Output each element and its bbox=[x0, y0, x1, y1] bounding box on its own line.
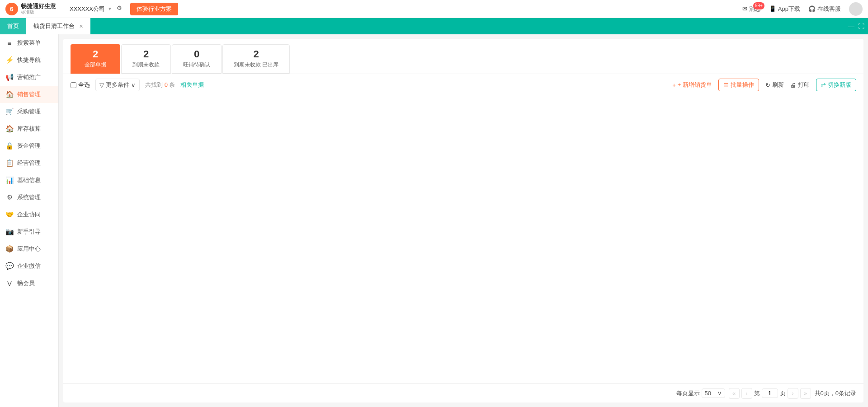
top-header: 6 畅捷通好生意 标准版 XXXXXX公司 ▼ ⚙ 体验行业方案 ✉ 消息 99… bbox=[0, 0, 868, 18]
sidebar-guide-label: 新手引导 bbox=[17, 228, 41, 236]
tab-close-icon[interactable]: ✕ bbox=[79, 23, 83, 29]
sidebar-enterprise-label: 企业协同 bbox=[17, 211, 41, 219]
header-right: ✉ 消息 99+ 📱 App下载 🎧 在线客服 bbox=[742, 2, 863, 16]
sidebar-sales-label: 销售管理 bbox=[17, 90, 41, 98]
stat-label-overdue: 到期未收款 bbox=[132, 61, 160, 69]
toolbar-right: + + 新增销货单 ☰ 批量操作 ↻ 刷新 🖨 打印 bbox=[672, 79, 856, 91]
stat-label-shipped: 到期未收款 已出库 bbox=[234, 61, 278, 69]
stat-count-all: 2 bbox=[93, 48, 98, 60]
sidebar-item-appcenter[interactable]: 📦 应用中心 bbox=[0, 240, 58, 257]
sidebar-item-operations[interactable]: 📋 经营管理 bbox=[0, 154, 58, 172]
basicinfo-icon: 📊 bbox=[5, 176, 14, 184]
sidebar-item-inventory[interactable]: 🏠 库存核算 bbox=[0, 120, 58, 137]
select-all-input[interactable] bbox=[71, 82, 76, 88]
first-page-button[interactable]: « bbox=[729, 388, 740, 399]
page-size-input[interactable]: 50 ∨ bbox=[702, 388, 725, 398]
experience-btn[interactable]: 体验行业方案 bbox=[130, 3, 178, 15]
sidebar-item-purchase[interactable]: 🛒 采购管理 bbox=[0, 103, 58, 120]
company-dropdown-arrow: ▼ bbox=[108, 6, 112, 11]
stat-tab-all[interactable]: 2 全部单据 bbox=[71, 44, 120, 74]
sidebar-item-sales[interactable]: 🏠 销售管理 bbox=[0, 86, 58, 103]
print-icon: 🖨 bbox=[790, 82, 796, 89]
batch-icon: ☰ bbox=[723, 82, 729, 89]
page-label: 第 bbox=[754, 389, 760, 398]
filter-chevron-icon: ∨ bbox=[131, 82, 136, 89]
sidebar-appcenter-label: 应用中心 bbox=[17, 245, 41, 253]
user-avatar-area[interactable] bbox=[849, 2, 863, 16]
company-name: XXXXXX公司 bbox=[70, 5, 105, 13]
sidebar-item-enterprise[interactable]: 🤝 企业协同 bbox=[0, 206, 58, 223]
sidebar: ≡ 搜索菜单 ⚡ 快捷导航 📢 营销推广 🏠 销售管理 🛒 采购管理 🏠 库存核… bbox=[0, 34, 59, 407]
page-size-selector: 每页显示 50 ∨ bbox=[676, 388, 725, 398]
switch-icon: ⇄ bbox=[821, 82, 826, 89]
inventory-icon: 🏠 bbox=[5, 125, 14, 133]
filter-label: 更多条件 bbox=[106, 81, 129, 89]
related-orders-link[interactable]: 相关单据 bbox=[180, 81, 204, 89]
menu-icon: ≡ bbox=[5, 39, 14, 47]
sidebar-item-guide[interactable]: 📷 新手引导 bbox=[0, 223, 58, 240]
sidebar-marketing-label: 营销推广 bbox=[17, 73, 41, 81]
page-size-arrow: ∨ bbox=[717, 390, 722, 397]
tab-cash-flow[interactable]: 钱货日清工作台 ✕ bbox=[26, 18, 90, 34]
headset-icon: 🎧 bbox=[808, 5, 816, 12]
filter-button[interactable]: ▽ 更多条件 ∨ bbox=[95, 79, 140, 91]
header-left: 6 畅捷通好生意 标准版 XXXXXX公司 ▼ ⚙ 体验行业方案 bbox=[5, 3, 178, 15]
app-download-action[interactable]: 📱 App下载 bbox=[769, 5, 800, 13]
tab-cash-flow-label: 钱货日清工作台 bbox=[33, 22, 75, 30]
stat-tab-shipped[interactable]: 2 到期未收款 已出库 bbox=[222, 44, 290, 74]
sidebar-item-search[interactable]: ≡ 搜索菜单 bbox=[0, 34, 58, 51]
per-page-label: 每页显示 bbox=[676, 389, 700, 398]
refresh-icon: ↻ bbox=[765, 82, 770, 89]
message-action[interactable]: ✉ 消息 99+ bbox=[742, 5, 761, 13]
stat-tab-wangpu[interactable]: 0 旺铺待确认 bbox=[172, 44, 222, 74]
tab-minimize-icon[interactable]: — bbox=[848, 23, 854, 30]
select-all-checkbox[interactable]: 全选 bbox=[71, 81, 90, 89]
last-page-button[interactable]: » bbox=[800, 388, 811, 399]
purchase-icon: 🛒 bbox=[5, 108, 14, 116]
message-icon: ✉ bbox=[742, 5, 747, 12]
sidebar-basicinfo-label: 基础信息 bbox=[17, 176, 41, 184]
finance-icon: 🔒 bbox=[5, 142, 14, 150]
total-count-text: 共0页，0条记录 bbox=[815, 389, 856, 398]
sidebar-item-quicknav[interactable]: ⚡ 快捷导航 bbox=[0, 51, 58, 69]
sidebar-item-basicinfo[interactable]: 📊 基础信息 bbox=[0, 172, 58, 189]
app-icon: 📱 bbox=[769, 5, 776, 12]
stat-tab-overdue[interactable]: 2 到期未收款 bbox=[121, 44, 171, 74]
page-number-input[interactable] bbox=[762, 388, 778, 398]
found-count-text: 共找到 0 条 bbox=[145, 81, 175, 89]
sidebar-system-label: 系统管理 bbox=[17, 193, 41, 201]
prev-page-button[interactable]: ‹ bbox=[741, 388, 752, 399]
sidebar-item-wechat[interactable]: 💬 企业微信 bbox=[0, 257, 58, 275]
settings-icon[interactable]: ⚙ bbox=[117, 5, 126, 14]
sales-icon: 🏠 bbox=[5, 90, 14, 98]
next-page-button[interactable]: › bbox=[788, 388, 798, 399]
batch-operation-button[interactable]: ☰ 批量操作 bbox=[718, 79, 759, 91]
logo-area: 6 畅捷通好生意 标准版 bbox=[5, 3, 56, 15]
last-page-icon: » bbox=[804, 390, 807, 397]
tab-home[interactable]: 首页 bbox=[0, 18, 26, 34]
sidebar-finance-label: 资金管理 bbox=[17, 142, 41, 150]
refresh-button[interactable]: ↻ 刷新 bbox=[765, 81, 784, 89]
switch-label: 切换新版 bbox=[828, 81, 851, 89]
sidebar-item-marketing[interactable]: 📢 营销推广 bbox=[0, 69, 58, 86]
sidebar-quicknav-label: 快捷导航 bbox=[17, 56, 41, 64]
system-icon: ⚙ bbox=[5, 193, 14, 201]
first-page-icon: « bbox=[732, 390, 736, 397]
sidebar-item-member[interactable]: V 畅会员 bbox=[0, 275, 58, 292]
main-layout: ≡ 搜索菜单 ⚡ 快捷导航 📢 营销推广 🏠 销售管理 🛒 采购管理 🏠 库存核… bbox=[0, 34, 868, 407]
tab-maximize-icon[interactable]: ⛶ bbox=[858, 23, 864, 30]
wechat-icon: 💬 bbox=[5, 262, 14, 270]
add-order-button[interactable]: + + 新增销货单 bbox=[672, 81, 712, 89]
print-label: 打印 bbox=[798, 81, 810, 89]
sidebar-item-finance[interactable]: 🔒 资金管理 bbox=[0, 137, 58, 154]
sidebar-item-system[interactable]: ⚙ 系统管理 bbox=[0, 189, 58, 206]
sidebar-member-label: 畅会员 bbox=[17, 279, 35, 287]
refresh-label: 刷新 bbox=[772, 81, 784, 89]
company-selector[interactable]: XXXXXX公司 ▼ bbox=[70, 5, 112, 13]
prev-page-icon: ‹ bbox=[745, 390, 747, 397]
online-service-action[interactable]: 🎧 在线客服 bbox=[808, 5, 841, 13]
print-button[interactable]: 🖨 打印 bbox=[790, 81, 810, 89]
pagination: 每页显示 50 ∨ « ‹ 第 页 bbox=[63, 384, 863, 402]
switch-version-button[interactable]: ⇄ 切换新版 bbox=[816, 79, 856, 91]
marketing-icon: 📢 bbox=[5, 73, 14, 81]
